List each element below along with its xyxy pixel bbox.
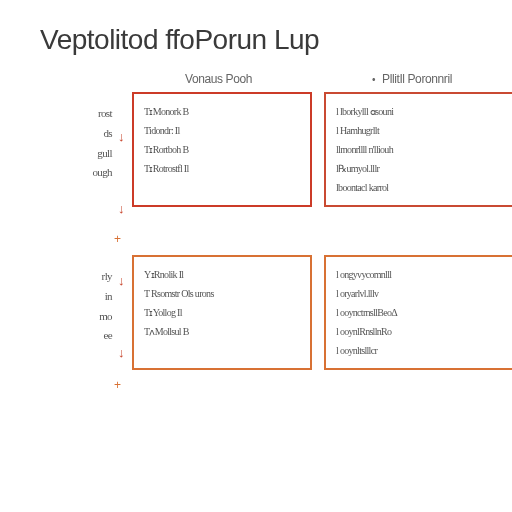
row-label: ds (20, 124, 120, 144)
card-r0-c1: l lborkylll ɑsouni l Hamhugrllt llrnonrl… (324, 92, 512, 207)
card-line: l oryarlvl.lllv (336, 284, 502, 303)
card-r1-c0: YɪRnolik Il T Rsomstr Ols urons TɪYollog… (132, 255, 312, 370)
card-line: TɪMonork B (144, 102, 300, 121)
card-line: l ooynlRnsllnRo (336, 322, 502, 341)
card-line: l ooynltslllcr (336, 341, 502, 360)
col-header-left: Vonaus Pooh (185, 72, 252, 86)
down-arrow-icon: ↓ (118, 130, 125, 143)
column-header-row: Vonaus Pooh • PllitIl Poronnril (185, 72, 512, 86)
card-line: TɪRortboh B (144, 140, 300, 159)
card-line: T Rsomstr Ols urons (144, 284, 300, 303)
card-line: l Hamhugrllt (336, 121, 502, 140)
bullet-icon: • (372, 74, 375, 85)
card-r0-c0: TɪMonork B Tidondr: Il TɪRortboh B TɪRot… (132, 92, 312, 207)
row-label: rly (20, 267, 120, 287)
col-header-right: • PllitIl Poronnril (372, 72, 452, 86)
page-title: Veptolitod ffoPorun Lup (40, 24, 512, 56)
row-label: in (20, 287, 120, 307)
plus-icon: + (114, 232, 121, 246)
card-line: Tidondr: Il (144, 121, 300, 140)
card-line: YɪRnolik Il (144, 265, 300, 284)
card-line: TʌMollsul B (144, 322, 300, 341)
row-label: ough (20, 163, 120, 183)
row-label-group-0: rost ds gull ough (20, 92, 120, 207)
card-line: TɪYollog Il (144, 303, 300, 322)
row-label: rost (20, 104, 120, 124)
row-label: gull (20, 144, 120, 164)
down-arrow-icon: ↓ (118, 346, 125, 359)
row-label: ee (20, 326, 120, 346)
col-header-right-label: PllitIl Poronnril (382, 72, 452, 86)
down-arrow-icon: ↓ (118, 274, 125, 287)
card-line: l ooynctrnsllBeoΔ (336, 303, 502, 322)
card-line: llrnonrllll n'lliouh (336, 140, 502, 159)
card-line: l lborkylll ɑsouni (336, 102, 502, 121)
row-label-group-1: rly in mo ee (20, 255, 120, 370)
card-line: TɪRotrostfl Il (144, 159, 300, 178)
row-label: mo (20, 307, 120, 327)
card-line: l℞umyol.lllr (336, 159, 502, 178)
grid-layout: rost ds gull ough TɪMonork B Tidondr: Il… (20, 92, 512, 370)
plus-icon: + (114, 378, 121, 392)
down-arrow-icon: ↓ (118, 202, 125, 215)
card-line: lboontacl karrol (336, 178, 502, 197)
card-r1-c1: l ongyvycomnlll l oryarlvl.lllv l ooynct… (324, 255, 512, 370)
card-line: l ongyvycomnlll (336, 265, 502, 284)
